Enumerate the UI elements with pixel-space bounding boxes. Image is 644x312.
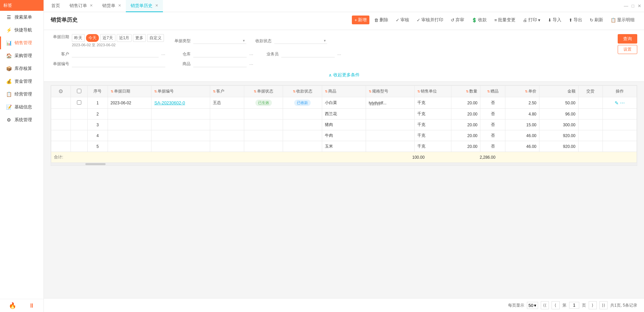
col-date-header[interactable]: ⇅单据日期 bbox=[108, 86, 151, 97]
delete-button[interactable]: 🗑 删除 bbox=[371, 16, 391, 24]
print-button[interactable]: 🖨 打印 ▾ bbox=[520, 16, 543, 24]
col-customer-header[interactable]: ⇅客户 bbox=[210, 86, 244, 97]
row-check[interactable] bbox=[71, 109, 88, 120]
audit-print-button[interactable]: ✓ 审核并打印 bbox=[414, 16, 446, 24]
collect-button[interactable]: 💲 收款 bbox=[469, 16, 489, 24]
export-button[interactable]: ⬆ 导出 bbox=[566, 16, 585, 24]
sidebar-logo: 标签 bbox=[0, 0, 44, 11]
col-code-header[interactable]: ⇅单据编号 bbox=[151, 86, 210, 97]
col-settings-header[interactable]: ⚙ bbox=[51, 86, 71, 97]
warehouse-input[interactable] bbox=[193, 51, 247, 57]
next-page-btn[interactable]: ⟩ bbox=[589, 301, 597, 309]
sidebar-item-inventory[interactable]: 📦 库存核算 bbox=[0, 62, 44, 75]
batch-change-button[interactable]: ≡ 批量变更 bbox=[492, 16, 518, 24]
pay-status-arrow: ▾ bbox=[324, 38, 326, 43]
sidebar-item-quick-nav[interactable]: ⚡ 快捷导航 bbox=[0, 24, 44, 36]
maximize-btn[interactable]: □ bbox=[632, 3, 634, 8]
customer-more[interactable]: ··· bbox=[161, 52, 165, 57]
sidebar-item-search-menu[interactable]: ☰ 搜索菜单 bbox=[0, 11, 44, 24]
goods-input[interactable] bbox=[193, 61, 247, 67]
customer-input[interactable] bbox=[72, 51, 159, 57]
prev-page-btn[interactable]: ⟨ bbox=[552, 301, 560, 309]
col-pay-status-header[interactable]: ⇅收款状态 bbox=[283, 86, 322, 97]
doc-no-label: 单据编号 bbox=[51, 61, 69, 67]
page-title-row: 销货单历史 + 新增 🗑 删除 ✓ 审核 ✓ bbox=[51, 16, 637, 24]
col-spec-header[interactable]: ⇅规格型号 bbox=[366, 86, 414, 97]
staff-input[interactable] bbox=[281, 51, 335, 57]
settings-gear-icon[interactable]: ⚙ bbox=[58, 88, 63, 94]
col-order-status-header[interactable]: ⇅单据状态 bbox=[244, 86, 283, 97]
tab-sales-goods[interactable]: 销货单 ✕ bbox=[97, 0, 126, 12]
new-button[interactable]: + 新增 bbox=[352, 16, 370, 24]
goods-more[interactable]: ··· bbox=[249, 61, 253, 67]
tab-sales-goods-close[interactable]: ✕ bbox=[118, 3, 121, 8]
col-goods-header[interactable]: ⇅商品 bbox=[322, 86, 366, 97]
show-detail-button[interactable]: 📋 显示明细 bbox=[608, 16, 637, 24]
row-check[interactable] bbox=[71, 130, 88, 141]
doc-type-select[interactable]: ▾ bbox=[193, 38, 246, 44]
row-transaction bbox=[578, 97, 603, 109]
date-btn-today[interactable]: 今天 bbox=[86, 34, 99, 42]
sidebar-item-finance[interactable]: 💰 资金管理 bbox=[0, 75, 44, 88]
doc-no-input[interactable] bbox=[72, 61, 165, 67]
doc-code-link[interactable]: SA-20230602-0 bbox=[154, 100, 185, 105]
col-amount-header: 金额 bbox=[539, 86, 579, 97]
sidebar-item-sales-mgmt[interactable]: 📊 销售管理 bbox=[0, 36, 44, 49]
close-btn[interactable]: ✕ bbox=[638, 3, 641, 8]
import-button[interactable]: ⬇ 导入 bbox=[545, 16, 564, 24]
abandon-button[interactable]: ↺ 弃审 bbox=[448, 16, 467, 24]
tab-sales-history[interactable]: 销货单历史 ✕ bbox=[126, 0, 163, 12]
row-qty: 20.00 bbox=[451, 97, 480, 109]
date-btn-7days[interactable]: 近7天 bbox=[100, 34, 115, 42]
col-unit-header[interactable]: ⇅销售单位 bbox=[415, 86, 451, 97]
basic-info-icon: 📝 bbox=[6, 104, 12, 110]
row-checkbox[interactable] bbox=[77, 100, 81, 105]
tab-sales-order-close[interactable]: ✕ bbox=[90, 3, 93, 8]
page-label: 第 bbox=[562, 303, 566, 308]
row-amount: 50.00 bbox=[539, 97, 579, 109]
tab-sales-history-close[interactable]: ✕ bbox=[155, 3, 158, 8]
filter-row-2: 客户 ··· 仓库 ··· 业务员 ··· bbox=[51, 51, 608, 57]
sidebar-item-basic-info[interactable]: 📝 基础信息 bbox=[0, 101, 44, 113]
row-check[interactable] bbox=[71, 141, 88, 152]
date-btn-custom[interactable]: 自定义 bbox=[147, 34, 164, 42]
staff-more[interactable]: ··· bbox=[337, 52, 341, 57]
sort-goods-icon: ⇅ bbox=[325, 89, 328, 93]
query-button[interactable]: 查询 bbox=[618, 34, 637, 44]
pause-icon[interactable]: ⏸ bbox=[29, 302, 35, 309]
tab-home[interactable]: 首页 bbox=[47, 0, 65, 12]
horizontal-scrollbar[interactable] bbox=[51, 163, 637, 165]
per-page-select[interactable]: 50 ▾ bbox=[527, 302, 538, 309]
audit-button[interactable]: ✓ 审核 bbox=[393, 16, 412, 24]
sidebar-item-purchase-mgmt[interactable]: 🏠 采购管理 bbox=[0, 49, 44, 62]
col-gift-header[interactable]: ⇅赠品 bbox=[480, 86, 505, 97]
col-check-header[interactable] bbox=[71, 86, 88, 97]
sidebar-item-sys-mgmt[interactable]: ⚙ 系统管理 bbox=[0, 113, 44, 126]
date-btn-yesterday[interactable]: 昨天 bbox=[72, 34, 85, 42]
warehouse-more[interactable]: ··· bbox=[249, 52, 253, 57]
pay-status-select[interactable]: ▾ bbox=[274, 38, 327, 44]
sort-customer-icon: ⇅ bbox=[213, 89, 216, 93]
row-check[interactable] bbox=[71, 120, 88, 130]
last-page-btn[interactable]: ⟩⟩ bbox=[599, 301, 608, 309]
set-button[interactable]: 设置 bbox=[618, 45, 637, 54]
first-page-btn[interactable]: ⟨⟨ bbox=[541, 301, 549, 309]
fire-icon[interactable]: 🔥 bbox=[9, 302, 16, 309]
scroll-thumb[interactable] bbox=[85, 163, 106, 165]
tab-sales-order[interactable]: 销售订单 ✕ bbox=[65, 0, 97, 12]
col-price-header[interactable]: ⇅单价 bbox=[505, 86, 539, 97]
table-row: 4 牛肉 千克 20.00 否 46.00 920.00 bbox=[51, 130, 637, 141]
edit-icon[interactable]: ✎ bbox=[615, 100, 619, 106]
more-icon[interactable]: ⋯ bbox=[620, 100, 625, 106]
minimize-btn[interactable]: — bbox=[624, 3, 628, 8]
date-btn-more[interactable]: 更多 bbox=[133, 34, 146, 42]
sidebar-item-operations[interactable]: 📋 经营管理 bbox=[0, 88, 44, 101]
refresh-button[interactable]: ↻ 刷新 bbox=[587, 16, 606, 24]
collapse-btn[interactable]: ∧ 收起更多条件 bbox=[51, 71, 637, 79]
row-check[interactable] bbox=[71, 97, 88, 109]
check-all[interactable] bbox=[77, 89, 81, 93]
col-qty-header[interactable]: ⇅数量 bbox=[451, 86, 480, 97]
refresh-icon: ↻ bbox=[590, 18, 593, 23]
date-btn-1month[interactable]: 近1月 bbox=[117, 34, 132, 42]
page-input[interactable] bbox=[569, 302, 579, 309]
